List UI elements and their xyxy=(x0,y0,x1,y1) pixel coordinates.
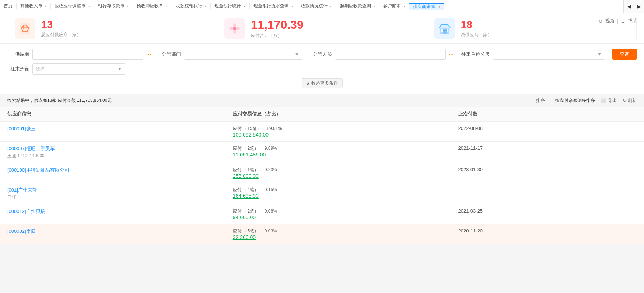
nav-tab-9[interactable]: 超期应收款查询 × xyxy=(336,3,379,9)
video-link[interactable]: 视频 xyxy=(605,18,614,24)
nav-tab-3[interactable]: 银行存取款单 × xyxy=(94,3,133,9)
nav-tab-6[interactable]: 现金银行统计 × xyxy=(211,3,249,9)
nav-tab-2[interactable]: 应收应付调整单 × xyxy=(51,3,94,9)
sort-value[interactable]: 按应付余额倒序排序 xyxy=(555,97,595,104)
tx-info: 应付 （2笔） 9.89% xyxy=(233,145,444,152)
table-row: [000100]本特勤油品有限公司 应付 （1笔） 0.23% 258,000.… xyxy=(0,163,644,183)
tx-amount-row: 32,366.00 xyxy=(233,234,444,240)
tx-info: 应付 （5笔） 0.03% xyxy=(233,228,444,234)
balance-select[interactable]: 选择... ▼ xyxy=(32,63,125,75)
transaction-cell: 应付 （2笔） 0.08% 94,600.00 xyxy=(225,204,451,224)
lastpay-cell: 2021-03-25 xyxy=(451,204,644,224)
nav-tab-1[interactable]: 其他收入单 × xyxy=(17,3,51,9)
supplier-cell: [000100]本特勤油品有限公司 xyxy=(0,163,225,183)
nav-tab-4[interactable]: 预收冲应收单 × xyxy=(133,3,172,9)
nav-tab-8[interactable]: 收款情况统计 × xyxy=(297,3,336,9)
nav-next-arrow[interactable]: ▶ xyxy=(634,0,644,13)
nav-tab-8-close[interactable]: × xyxy=(330,4,332,8)
supplier-table: 供应商信息 应付交易信息（占比） 上次付数 [000001]张三 应付 （15笔… xyxy=(0,107,644,244)
nav-tab-3-label: 银行存取款单 xyxy=(98,3,125,9)
nav-prev-arrow[interactable]: ◀ xyxy=(623,0,634,13)
nav-tab-1-close[interactable]: × xyxy=(45,4,47,8)
svg-point-9 xyxy=(230,27,233,30)
result-info: 搜索结果中，供应商13家 应付金额 111,703,854.00元 xyxy=(7,97,112,104)
filter-row-1: 供应商 ··· 分管部门 ▼ 分管人员 ··· 往来单位分类 ▼ 查询 xyxy=(7,49,637,60)
supplier-dots[interactable]: ··· xyxy=(146,51,151,58)
stat-block-suppliers: 13 总应付供应商（家） xyxy=(7,18,217,39)
nav-tab-2-label: 应收应付调整单 xyxy=(55,3,85,9)
supplier-link[interactable]: [000012]广州贝瑞 xyxy=(7,208,45,214)
supplier-link[interactable]: [000007]恒旺二手叉车 xyxy=(7,146,55,151)
tx-info: 应付 （4笔） 0.15% xyxy=(233,187,444,193)
person-dots[interactable]: ··· xyxy=(449,51,454,58)
supplier-input[interactable] xyxy=(32,49,143,60)
nav-tab-5-close[interactable]: × xyxy=(204,4,207,8)
tx-amount[interactable]: 100,092,540.00 xyxy=(233,132,269,138)
lastpay-cell: 2021-11-17 xyxy=(451,142,644,163)
tx-percent: 89.61% xyxy=(267,126,282,131)
tx-count: （15笔） xyxy=(243,126,261,131)
nav-tab-10-close[interactable]: × xyxy=(403,4,405,8)
transaction-cell: 应付 （1笔） 0.23% 258,000.00 xyxy=(225,163,451,183)
tx-amount[interactable]: 32,366.00 xyxy=(233,234,256,240)
nav-tab-8-label: 收款情况统计 xyxy=(301,3,328,9)
tx-count: （2笔） xyxy=(243,208,259,214)
balance-placeholder: 选择... xyxy=(36,66,48,72)
help-link[interactable]: 帮助 xyxy=(628,18,637,24)
table-row: [000001]张三 应付 （15笔） 89.61% 100,092,540.0… xyxy=(0,121,644,142)
unit-select[interactable]: ▼ xyxy=(493,49,605,60)
nav-tab-11-close[interactable]: × xyxy=(437,5,440,9)
svg-rect-15 xyxy=(443,29,447,34)
result-summary: 搜索结果中，供应商13家 应付金额 111,703,854.00元 xyxy=(7,98,112,103)
nav-tab-3-close[interactable]: × xyxy=(127,4,129,8)
sort-label: 排序： xyxy=(536,97,549,104)
nav-tabs-wrapper: 首页 其他收入单 × 应收应付调整单 × 银行存取款单 × 预收冲应收单 × 收… xyxy=(0,3,623,10)
result-actions: 排序： 按应付余额倒序排序 ⬜ 导出 ↻ 刷新 xyxy=(536,97,637,104)
stat-label-1: 总应付供应商（家） xyxy=(41,32,209,38)
tx-count: （1笔） xyxy=(243,167,259,172)
supplier-link[interactable]: [000002]李四 xyxy=(7,228,36,234)
nav-tab-11[interactable]: 供应商账本 × xyxy=(409,3,444,10)
nav-tab-9-close[interactable]: × xyxy=(373,4,375,8)
refresh-label: 刷新 xyxy=(628,97,637,104)
nav-tab-2-close[interactable]: × xyxy=(88,4,90,8)
nav-tab-home[interactable]: 首页 xyxy=(0,3,17,9)
nav-tab-5[interactable]: 收款核销执行 × xyxy=(172,3,211,9)
nav-tab-7-close[interactable]: × xyxy=(291,4,293,8)
nav-tab-11-label: 供应商账本 xyxy=(413,4,435,10)
table-row: [001]广州荣轩仔仔 应付 （4笔） 0.15% 164,635.90 xyxy=(0,183,644,204)
supplier-sub: 仔仔 xyxy=(7,194,218,200)
export-button[interactable]: ⬜ 导出 xyxy=(601,97,617,104)
tx-info: 应付 （1笔） 0.23% xyxy=(233,167,444,173)
nav-tab-4-close[interactable]: × xyxy=(165,4,168,8)
nav-tab-1-label: 其他收入单 xyxy=(20,3,42,9)
tx-label: 应付 xyxy=(233,208,242,214)
nav-tab-7[interactable]: 现金银行流水查询 × xyxy=(250,3,297,9)
supplier-link[interactable]: [000001]张三 xyxy=(7,126,36,131)
nav-tab-home-label: 首页 xyxy=(4,3,13,9)
header-right: ⊙ 视频 | ⊙ 帮助 xyxy=(599,18,637,24)
refresh-button[interactable]: ↻ 刷新 xyxy=(623,97,637,104)
tx-amount[interactable]: 164,635.90 xyxy=(233,193,259,199)
nav-tab-9-label: 超期应收款查询 xyxy=(340,3,371,9)
nav-tab-5-label: 收款核销执行 xyxy=(176,3,202,9)
svg-point-10 xyxy=(236,27,240,30)
dept-select[interactable]: ▼ xyxy=(184,49,303,60)
person-label: 分管人员 xyxy=(310,51,332,58)
transaction-cell: 应付 （4笔） 0.15% 164,635.90 xyxy=(225,183,451,204)
collapse-button[interactable]: ∧ 收起更多条件 xyxy=(302,78,343,88)
tx-label: 应付 xyxy=(233,187,242,192)
nav-tab-10[interactable]: 客户账本 × xyxy=(379,3,409,9)
table-row: [000007]恒旺二手叉车王通 17106110000 应付 （2笔） 9.8… xyxy=(0,142,644,163)
nav-tab-6-close[interactable]: × xyxy=(243,4,245,8)
supplier-link[interactable]: [000100]本特勤油品有限公司 xyxy=(7,167,69,173)
supplier-link[interactable]: [001]广州荣轩 xyxy=(7,187,37,193)
stat-icon-store xyxy=(434,18,455,39)
tx-amount[interactable]: 11,051,486.00 xyxy=(233,152,266,158)
lastpay-date: 2022-08-08 xyxy=(458,125,483,131)
tx-amount[interactable]: 258,000.00 xyxy=(233,173,259,179)
lastpay-cell: 2020-11-20 xyxy=(451,224,644,244)
search-button[interactable]: 查询 xyxy=(612,49,637,60)
person-input[interactable] xyxy=(335,49,446,60)
tx-amount[interactable]: 94,600.00 xyxy=(233,214,256,220)
